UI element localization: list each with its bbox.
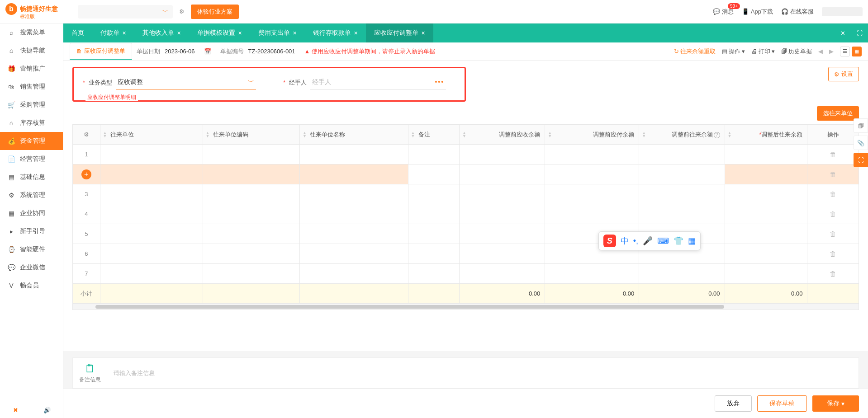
operations-dropdown[interactable]: ▤操作 ▾: [722, 47, 745, 56]
sidebar-item[interactable]: 💬企业微信: [0, 258, 63, 277]
ime-toolbar[interactable]: S 中 •, 🎤 ⌨ 👕 ▦: [598, 231, 701, 250]
col-pre-pay[interactable]: ▲▼调整前应付余额: [545, 125, 639, 145]
more-icon[interactable]: •••: [435, 78, 444, 86]
sidebar-item[interactable]: ▸新手引导: [0, 222, 63, 240]
settings-button[interactable]: ⚙设置: [828, 67, 859, 81]
tab[interactable]: 其他收入单✕: [134, 23, 189, 42]
delete-icon[interactable]: 🗑: [830, 150, 836, 158]
tab-close-icon[interactable]: ✕: [238, 30, 242, 36]
delete-icon[interactable]: 🗑: [830, 250, 836, 258]
col-remark[interactable]: ▲▼备注: [408, 125, 460, 145]
tab-close-icon[interactable]: ✕: [354, 30, 358, 36]
document-tab[interactable]: 🗎 应收应付调整单: [70, 43, 132, 60]
print-dropdown[interactable]: 🖨打印 ▾: [751, 47, 775, 56]
table-row[interactable]: +🗑: [73, 164, 859, 184]
table-row[interactable]: 7🗑: [73, 264, 859, 284]
user-area[interactable]: [822, 7, 863, 16]
app-download-button[interactable]: 📱App下载: [742, 8, 773, 16]
sidebar-sound-button[interactable]: 🔊: [32, 402, 63, 418]
save-button[interactable]: 保存▾: [812, 395, 859, 412]
tab-close-icon[interactable]: ✕: [122, 30, 126, 36]
ime-toolbox-icon[interactable]: ▦: [688, 236, 696, 246]
view-list-button[interactable]: ☰: [840, 47, 850, 56]
prev-button[interactable]: ◀: [818, 48, 823, 55]
col-op: 操作: [807, 125, 859, 145]
date-value[interactable]: 2023-06-06: [165, 48, 195, 55]
online-service-button[interactable]: 🎧在线客服: [781, 8, 814, 16]
delete-icon[interactable]: 🗑: [830, 210, 836, 218]
save-draft-button[interactable]: 保存草稿: [757, 395, 807, 412]
gear-icon[interactable]: ⚙: [179, 8, 185, 15]
select-unit-button[interactable]: 选往来单位: [817, 106, 859, 121]
col-post-bal[interactable]: ▲▼*调整后往来余额: [725, 125, 807, 145]
ime-keyboard-icon[interactable]: ⌨: [657, 236, 669, 246]
col-unit[interactable]: ▲▼往来单位: [100, 125, 203, 145]
ime-mic-icon[interactable]: 🎤: [643, 236, 653, 246]
abandon-button[interactable]: 放弃: [715, 395, 752, 412]
sidebar-item[interactable]: ⌂库存核算: [0, 114, 63, 132]
sidebar-item[interactable]: ▦企业协同: [0, 204, 63, 222]
tab[interactable]: 应收应付调整单✕: [366, 23, 433, 42]
delete-icon[interactable]: 🗑: [830, 230, 836, 238]
rail-attach-button[interactable]: 📎: [854, 136, 868, 150]
tab[interactable]: 付款单✕: [92, 23, 134, 42]
tab[interactable]: 费用支出单✕: [250, 23, 305, 42]
handler-label: 经手人: [289, 79, 307, 87]
reget-balance-button[interactable]: ↻往来余额重取: [674, 47, 716, 56]
sidebar-item[interactable]: V畅会员: [0, 277, 63, 295]
remark-input[interactable]: 请输入备注信息: [107, 369, 859, 377]
horizontal-scrollbar[interactable]: [72, 304, 859, 310]
table-row[interactable]: 5🗑: [73, 224, 859, 244]
tab-close-button[interactable]: ✕: [835, 30, 851, 37]
company-selector[interactable]: ﹀: [78, 5, 173, 19]
help-icon[interactable]: ?: [714, 132, 720, 138]
tab[interactable]: 银行存取款单✕: [305, 23, 366, 42]
biz-type-select[interactable]: 应收调整 ﹀: [116, 75, 256, 89]
col-pre-bal[interactable]: ▲▼调整前往来余额?: [639, 125, 725, 145]
table-row[interactable]: 3🗑: [73, 184, 859, 204]
table-row[interactable]: 1🗑: [73, 145, 859, 164]
ime-lang[interactable]: 中: [621, 235, 629, 246]
table-row[interactable]: 4🗑: [73, 204, 859, 224]
add-row-button[interactable]: +: [81, 169, 91, 179]
sidebar-item[interactable]: 🛒采购管理: [0, 96, 63, 114]
table-row[interactable]: 6🗑: [73, 244, 859, 264]
col-unit-code[interactable]: ▲▼往来单位编码: [203, 125, 299, 145]
history-button[interactable]: 🗐历史单据: [781, 47, 812, 56]
col-gear[interactable]: ⚙: [73, 125, 100, 145]
sidebar-item[interactable]: 🛍销售管理: [0, 78, 63, 96]
col-pre-recv[interactable]: ▲▼调整前应收余额: [460, 125, 545, 145]
sidebar-item[interactable]: ⌚智能硬件: [0, 240, 63, 258]
tab[interactable]: 首页: [63, 23, 92, 42]
ime-skin-icon[interactable]: 👕: [674, 236, 683, 246]
next-button[interactable]: ▶: [829, 48, 834, 55]
messages-button[interactable]: 💬 消息 99+: [713, 8, 734, 16]
delete-icon[interactable]: 🗑: [830, 170, 836, 178]
sidebar-item[interactable]: ⚙系统管理: [0, 186, 63, 204]
rail-note-button[interactable]: 🗐: [854, 118, 868, 133]
sidebar-item[interactable]: ⌂快捷导航: [0, 42, 63, 60]
tab[interactable]: 单据模板设置✕: [189, 23, 250, 42]
sidebar-collapse-button[interactable]: ✖: [0, 402, 32, 418]
delete-icon[interactable]: 🗑: [830, 190, 836, 198]
footer-actions: 放弃 保存草稿 保存▾: [63, 389, 868, 418]
tab-close-icon[interactable]: ✕: [421, 30, 425, 36]
try-industry-button[interactable]: 体验行业方案: [191, 5, 239, 19]
ime-punct-icon[interactable]: •,: [633, 236, 638, 246]
tab-expand-button[interactable]: ⛶: [851, 30, 868, 37]
sidebar: ⌕搜索菜单⌂快捷导航🎁营销推广🛍销售管理🛒采购管理⌂库存核算💰资金管理📄经营管理…: [0, 23, 63, 418]
sidebar-item[interactable]: 📄经营管理: [0, 150, 63, 168]
handler-input[interactable]: 经手人 •••: [310, 75, 446, 89]
sidebar-item[interactable]: 💰资金管理: [0, 132, 63, 150]
delete-icon[interactable]: 🗑: [830, 270, 836, 277]
calendar-icon[interactable]: 📅: [204, 48, 211, 55]
rail-expand-button[interactable]: ⛶: [854, 153, 868, 167]
tab-close-icon[interactable]: ✕: [177, 30, 181, 36]
sidebar-item[interactable]: ▤基础信息: [0, 168, 63, 186]
tab-close-icon[interactable]: ✕: [293, 30, 297, 36]
col-unit-name[interactable]: ▲▼往来单位名称: [299, 125, 408, 145]
sidebar-item[interactable]: 🎁营销推广: [0, 60, 63, 78]
sidebar-item[interactable]: ⌕搜索菜单: [0, 23, 63, 42]
view-card-button[interactable]: ▦: [852, 47, 862, 56]
form-highlight-box: * 业务类型 应收调整 ﹀ * 经手人 经手人 •••: [72, 67, 466, 102]
